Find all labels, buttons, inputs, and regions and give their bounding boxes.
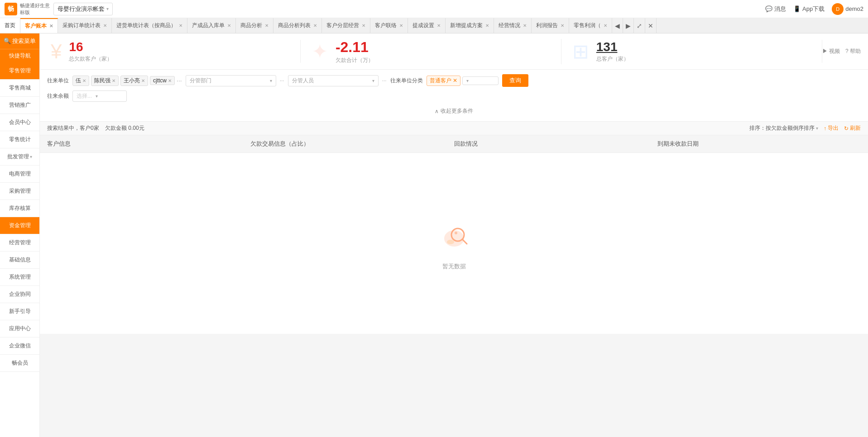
tab-nav-prev[interactable]: ◀	[612, 18, 623, 33]
remove-tag-cjttcw[interactable]: ✕	[168, 78, 172, 83]
sidebar-item-inventory[interactable]: 库存核算	[0, 200, 39, 217]
export-btn[interactable]: ↑ 导出	[824, 124, 839, 132]
sidebar-item-new-guide[interactable]: 新手引导	[0, 303, 39, 320]
sidebar-item-enterprise-wechat[interactable]: 企业微信	[0, 337, 39, 355]
person-more-btn[interactable]: ···	[382, 77, 387, 84]
search-icon: 🔍	[4, 38, 11, 44]
sidebar-item-marketing[interactable]: 营销推广	[0, 97, 39, 114]
tab-product-inbound[interactable]: 产成品入库单 ✕	[187, 18, 236, 33]
svg-point-4	[447, 240, 454, 244]
user-menu-btn[interactable]: D demo2	[832, 3, 863, 15]
filter-tag-cjttcw[interactable]: cjttcw ✕	[150, 76, 175, 85]
data-table: 客户信息 欠款交易信息（占比） 回款情况 到期未收款日期	[40, 135, 868, 334]
tab-bar: 首页 客户账本 ✕ 采购订单统计表 ✕ 进货单统计表（按商品） ✕ 产成品入库单…	[0, 18, 868, 33]
help-btn[interactable]: ? 帮助	[845, 48, 861, 55]
app-download-icon: 📱	[793, 5, 801, 12]
stat-label-customers: 总欠款客户（家）	[69, 55, 112, 63]
result-bar-right: 排序：按欠款金额倒序排序 ▾ ↑ 导出 ↻ 刷新	[749, 124, 861, 132]
empty-icon	[434, 216, 475, 257]
message-btn[interactable]: 💬 消息	[765, 5, 786, 13]
tab-inbound-stats[interactable]: 进货单统计表（按商品） ✕	[112, 18, 187, 33]
tab-maximize[interactable]: ⤢	[634, 18, 645, 33]
tab-promotion-settings[interactable]: 提成设置 ✕	[408, 18, 446, 33]
dept-dropdown-icon: ▾	[270, 78, 272, 83]
dept-selector[interactable]: 分管部门 ▾	[186, 75, 276, 86]
sidebar-item-retail-stats[interactable]: 零售统计	[0, 131, 39, 148]
tab-customer-contact[interactable]: 客户联络 ✕	[370, 18, 408, 33]
refresh-btn[interactable]: ↻ 刷新	[844, 124, 861, 132]
sidebar-item-wholesale-mgmt[interactable]: 批发管理 ▾	[0, 148, 39, 166]
stats-extra: ▶ 视频 ? 帮助	[822, 48, 868, 55]
close-tab-new-promotion[interactable]: ✕	[485, 23, 489, 28]
tab-home[interactable]: 首页	[0, 18, 20, 33]
tab-customer-account[interactable]: 客户账本 ✕	[20, 18, 58, 33]
sidebar-item-basic-info[interactable]: 基础信息	[0, 252, 39, 269]
close-tab-business-status[interactable]: ✕	[523, 23, 527, 28]
remove-tag-wang[interactable]: ✕	[141, 78, 145, 83]
sidebar-item-enterprise-coop[interactable]: 企业协同	[0, 286, 39, 303]
query-button[interactable]: 查询	[502, 74, 528, 87]
stat-label-clients: 总客户（家）	[596, 55, 629, 63]
close-tab-customer-contact[interactable]: ✕	[399, 23, 403, 28]
close-tab-profit-report[interactable]: ✕	[561, 23, 564, 28]
sidebar-search[interactable]: 🔍 搜索菜单	[0, 33, 39, 49]
filter-row-1: 往来单位 伍 ✕ 陈民强 ✕ 王小亮 ✕ cjttcw	[47, 74, 861, 87]
category-tag-normal[interactable]: 普通客户 ✕	[427, 76, 460, 86]
tab-customer-segment[interactable]: 客户分层经营 ✕	[322, 18, 370, 33]
filter-tag-wu[interactable]: 伍 ✕	[72, 76, 89, 86]
remove-category-tag[interactable]: ✕	[453, 77, 457, 84]
sidebar-item-purchase-mgmt[interactable]: 采购管理	[0, 183, 39, 200]
close-tab-purchase-order[interactable]: ✕	[103, 23, 107, 28]
filter-tag-wang[interactable]: 王小亮 ✕	[120, 76, 148, 86]
more-tags-btn[interactable]: ···	[177, 77, 182, 84]
person-selector[interactable]: 分管人员 ▾	[288, 75, 379, 86]
remove-tag-chen[interactable]: ✕	[112, 78, 115, 83]
sidebar-item-ecommerce[interactable]: 电商管理	[0, 166, 39, 183]
balance-input[interactable]: 选择... ▾	[72, 90, 127, 102]
filter-tag-chen[interactable]: 陈民强 ✕	[91, 76, 119, 86]
close-tab-promotion-settings[interactable]: ✕	[437, 23, 441, 28]
sidebar-quick-nav[interactable]: 快捷导航	[0, 49, 39, 62]
tab-nav-next[interactable]: ▶	[623, 18, 634, 33]
close-tab-customer-account[interactable]: ✕	[49, 24, 53, 28]
close-tab-product-analysis[interactable]: ✕	[265, 23, 269, 28]
sidebar-item-retail-mall[interactable]: 零售商城	[0, 80, 39, 97]
result-summary: 搜索结果中，客户0家 欠款金额 0.00元	[47, 124, 144, 132]
tab-product-analysis[interactable]: 商品分析 ✕	[236, 18, 273, 33]
video-btn[interactable]: ▶ 视频	[822, 48, 840, 55]
category-selector[interactable]: ▾	[462, 76, 499, 85]
dept-more-btn[interactable]: ···	[280, 77, 284, 84]
person-dropdown-icon: ▾	[372, 78, 374, 83]
tab-business-status[interactable]: 经营情况 ✕	[494, 18, 532, 33]
sidebar-item-ops-mgmt[interactable]: 经营管理	[0, 234, 39, 252]
tab-profit-report[interactable]: 利润报告 ✕	[532, 18, 569, 33]
close-tab-customer-segment[interactable]: ✕	[362, 23, 365, 28]
col-customer-info: 客户信息	[47, 140, 250, 148]
close-tab-retail-profit[interactable]: ✕	[604, 23, 607, 28]
sidebar-item-retail-mgmt[interactable]: 零售管理	[0, 62, 39, 80]
collapse-btn[interactable]: ∧ 收起更多条件	[47, 105, 861, 117]
sidebar-item-member-center[interactable]: 会员中心	[0, 114, 39, 131]
category-tags: 普通客户 ✕ ▾	[427, 76, 499, 86]
tab-retail-profit[interactable]: 零售利润（ ✕	[569, 18, 612, 33]
unit-category-label: 往来单位分类	[390, 77, 423, 85]
sidebar-item-super-member[interactable]: 畅会员	[0, 355, 39, 372]
header-left: 畅 畅捷通好生意 标版 母婴行业演示帐套 ▾	[5, 2, 113, 15]
sort-btn[interactable]: 排序：按欠款金额倒序排序 ▾	[749, 124, 818, 132]
close-tab-product-inbound[interactable]: ✕	[227, 23, 231, 28]
sidebar-item-sys-mgmt[interactable]: 系统管理	[0, 269, 39, 286]
close-tab-inbound-stats[interactable]: ✕	[179, 23, 182, 28]
logo-text: 畅捷通好生意 标版	[20, 2, 50, 15]
empty-state: 暂无数据	[434, 189, 475, 298]
tab-new-promotion[interactable]: 新增提成方案 ✕	[446, 18, 494, 33]
wholesale-arrow-icon: ▾	[30, 154, 32, 159]
remove-tag-wu[interactable]: ✕	[82, 78, 86, 83]
store-selector[interactable]: 母婴行业演示帐套 ▾	[53, 3, 113, 15]
tab-purchase-order[interactable]: 采购订单统计表 ✕	[58, 18, 112, 33]
sidebar-item-app-center[interactable]: 应用中心	[0, 320, 39, 337]
app-download-btn[interactable]: 📱 App下载	[793, 5, 825, 13]
sidebar-item-finance-mgmt[interactable]: 资金管理	[0, 217, 39, 234]
tab-product-analysis-list[interactable]: 商品分析列表 ✕	[273, 18, 322, 33]
tab-close-all[interactable]: ✕	[645, 18, 657, 33]
close-tab-product-analysis-list[interactable]: ✕	[313, 23, 317, 28]
